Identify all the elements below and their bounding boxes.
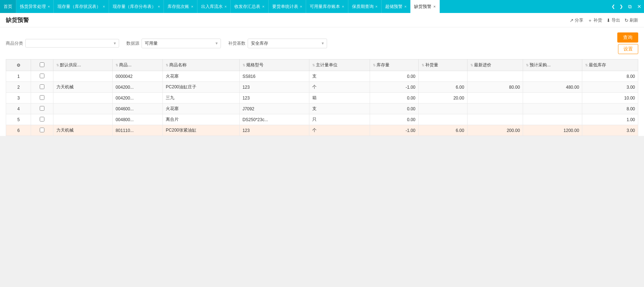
nav-tab-requisition[interactable]: 要货单统计表 × — [269, 0, 306, 13]
replenish-icon: ＋ — [588, 17, 592, 24]
nav-tab-overstock[interactable]: 超储预警 × — [382, 0, 410, 13]
cell-price: 200.00 — [467, 125, 523, 136]
close-icon[interactable]: × — [225, 4, 227, 9]
nav-tab-inout[interactable]: 出入库流水 × — [197, 0, 231, 13]
table-row: 1 0000042 火花塞 SS816 支 0.00 8.00 — [6, 71, 638, 82]
main-content: 缺货预警 ↗ 分享 ＋ 补货 ⬇ 导出 ↻ 刷新 商品分类 — [0, 13, 644, 136]
right-action-buttons: 查询 设置 — [617, 32, 638, 54]
replenish-basis-label: 补货基数 — [228, 40, 245, 47]
sort-icon: ⇅ — [422, 63, 425, 67]
nav-controls: ❮ ❯ ⧉ ✕ — [609, 0, 644, 13]
th-check — [31, 59, 53, 71]
th-min-stock: ⇅ 最低库存 — [582, 59, 638, 71]
close-icon[interactable]: × — [191, 4, 193, 9]
cell-stock: 0.00 — [370, 114, 418, 125]
sort-icon: ⇅ — [373, 63, 376, 67]
table-wrapper: ⚙ ⇅ 默认供应... ⇅ — [0, 59, 644, 136]
cell-min-stock: 3.00 — [582, 82, 638, 93]
cell-spec: 123 — [239, 82, 309, 93]
nav-next-button[interactable]: ❯ — [617, 0, 625, 13]
window-close-button[interactable]: ✕ — [635, 0, 644, 13]
refresh-button[interactable]: ↻ 刷新 — [625, 17, 638, 23]
row-checkbox[interactable] — [40, 128, 44, 132]
cell-supplier: 力天机械 — [53, 82, 113, 93]
th-price: ⇅ 最新进价 — [467, 59, 523, 71]
cell-price — [467, 93, 523, 103]
nav-tab-label: 现存量（库存状况表） — [57, 4, 101, 10]
close-icon[interactable]: × — [433, 4, 435, 9]
cell-stock: -1.00 — [370, 125, 418, 136]
close-icon[interactable]: × — [342, 4, 344, 9]
nav-tab-stock-status[interactable]: 现存量（库存状况表） × — [54, 0, 109, 13]
cell-unit: 支 — [309, 71, 370, 82]
nav-tab-stock-dist[interactable]: 现存量（库存分布表） × — [109, 0, 164, 13]
cell-unit: 支 — [309, 103, 370, 114]
close-icon[interactable]: × — [48, 4, 50, 9]
nav-tab-summary[interactable]: 收发存汇总表 × — [231, 0, 268, 13]
datasource-select[interactable]: 可用量 ▾ — [142, 39, 221, 48]
cell-unit: 个 — [309, 125, 370, 136]
replenish-button[interactable]: ＋ 补货 — [588, 17, 602, 24]
close-icon[interactable]: × — [103, 4, 105, 9]
select-all-checkbox[interactable] — [40, 62, 44, 67]
nav-tab-label: 拣货异常处理 — [20, 4, 46, 10]
table-row: 2 力天机械 004200... PC200油缸庄子 123 个 -1.00 6… — [6, 82, 638, 93]
close-icon[interactable]: × — [262, 4, 264, 9]
th-seq: ⚙ — [6, 59, 31, 71]
nav-tab-abnormal[interactable]: 拣货异常处理 × — [16, 0, 54, 13]
cell-name: 火花塞 — [163, 103, 239, 114]
nav-tab-label: 出入库流水 — [201, 4, 223, 10]
chevron-down-icon: ▾ — [114, 41, 116, 46]
cell-seq: 6 — [6, 125, 31, 136]
share-button[interactable]: ↗ 分享 — [570, 17, 583, 23]
close-icon[interactable]: × — [158, 4, 160, 9]
cell-plan-purchase — [523, 93, 582, 103]
cell-price — [467, 71, 523, 82]
nav-tab-expiry[interactable]: 保质期查询 × — [348, 0, 382, 13]
cell-replenish: 6.00 — [418, 125, 467, 136]
cell-seq: 4 — [6, 103, 31, 114]
nav-tab-shortage[interactable]: 缺货预警 × — [410, 0, 439, 13]
cell-name: 离合片 — [163, 114, 239, 125]
cell-stock: 0.00 — [370, 93, 418, 103]
refresh-icon: ↻ — [625, 18, 628, 23]
nav-tab-label: 可用量库存账本 — [310, 4, 340, 10]
cell-replenish: 6.00 — [418, 82, 467, 93]
row-checkbox[interactable] — [40, 106, 44, 111]
row-checkbox[interactable] — [40, 117, 44, 122]
nav-prev-button[interactable]: ❮ — [609, 0, 617, 13]
nav-tab-label: 要货单统计表 — [272, 4, 298, 10]
cell-stock: -1.00 — [370, 82, 418, 93]
row-checkbox[interactable] — [40, 74, 44, 78]
close-icon[interactable]: × — [375, 4, 378, 9]
settings-button[interactable]: 设置 — [618, 44, 638, 54]
table-row: 5 004800... 离合片 DS250*23c... 只 0.00 1.00 — [6, 114, 638, 125]
cell-plan-purchase: 480.00 — [523, 82, 582, 93]
gear-icon[interactable]: ⚙ — [17, 63, 21, 68]
export-button[interactable]: ⬇ 导出 — [606, 17, 620, 23]
shortage-table: ⚙ ⇅ 默认供应... ⇅ — [6, 59, 638, 136]
sort-icon: ⇅ — [56, 63, 59, 67]
nav-tab-label: 收发存汇总表 — [234, 4, 260, 10]
row-checkbox[interactable] — [40, 95, 44, 100]
category-select[interactable]: ▾ — [25, 39, 119, 48]
th-plan-purchase: ⇅ 预计采购... — [523, 59, 582, 71]
cell-plan-purchase — [523, 71, 582, 82]
top-navigation: 首页 拣货异常处理 × 现存量（库存状况表） × 现存量（库存分布表） × 库存… — [0, 0, 644, 13]
replenish-basis-select[interactable]: 安全库存 ▾ — [248, 39, 327, 48]
window-restore-button[interactable]: ⧉ — [625, 0, 635, 13]
row-checkbox[interactable] — [40, 84, 44, 89]
cell-code: 0000042 — [113, 71, 163, 82]
close-icon[interactable]: × — [404, 4, 406, 9]
replenish-basis-value: 安全库存 — [251, 40, 273, 47]
cell-code: 004200... — [113, 93, 163, 103]
th-supplier: ⇅ 默认供应... — [53, 59, 113, 71]
nav-tab-home[interactable]: 首页 — [0, 0, 16, 13]
page-title: 缺货预警 — [6, 17, 570, 24]
query-button[interactable]: 查询 — [617, 32, 638, 43]
th-replenish: ⇅ 补货量 — [418, 59, 467, 71]
close-icon[interactable]: × — [300, 4, 302, 9]
nav-tab-available[interactable]: 可用量库存账本 × — [306, 0, 348, 13]
sort-icon: ⇅ — [470, 63, 473, 67]
nav-tab-batch[interactable]: 库存批次账 × — [164, 0, 197, 13]
